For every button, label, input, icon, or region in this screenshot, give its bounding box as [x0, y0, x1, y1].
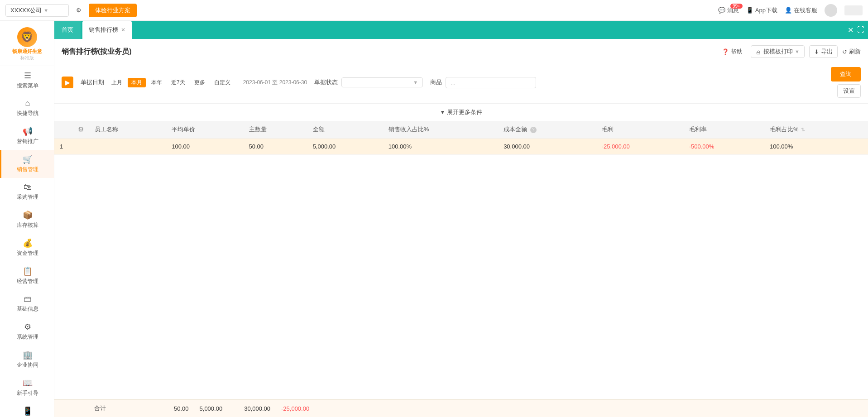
sidebar-item-marketing[interactable]: 📢 营销推广 [0, 122, 54, 150]
app-icon: 📱 [746, 7, 753, 14]
date-tab-more[interactable]: 更多 [191, 78, 209, 87]
data-table: ⚙ 员工名称 平均单价 主数量 全额 销售收入占比% 成本全额 [54, 121, 868, 155]
user-avatar[interactable] [825, 4, 837, 17]
logo-img: 🦁 [17, 27, 37, 47]
cell-gross: -25,000.00 [596, 139, 684, 155]
app-download-btn[interactable]: 📱 App下载 [746, 6, 777, 14]
page-header: 销售排行榜(按业务员) ❓ 帮助 🖨 按模板打印 ▼ [54, 39, 868, 62]
sidebar-item-purchase[interactable]: 🛍 采购管理 [0, 178, 54, 206]
footer-cost: 30,000.00 [239, 405, 276, 412]
col-settings-icon[interactable]: ⚙ [78, 125, 84, 133]
filter-expand-arrow[interactable]: ▶ [62, 77, 73, 88]
date-filter-label: 单据日期 [81, 78, 104, 86]
date-tab-7days[interactable]: 近7天 [168, 78, 189, 87]
message-btn[interactable]: 💬 消息 99+ [718, 6, 739, 14]
date-tab-this-year[interactable]: 本年 [148, 78, 166, 87]
app-center-icon: 📱 [23, 406, 33, 416]
th-cost: 成本全额 ? [498, 121, 596, 139]
table-container: ⚙ 员工名称 平均单价 主数量 全额 销售收入占比% 成本全额 [54, 121, 868, 260]
sidebar-item-operations[interactable]: 📋 经营管理 [0, 262, 54, 290]
top-bar: XXXXX公司 ▼ ⚙ 体验行业方案 💬 消息 99+ 📱 App下载 👤 在线… [0, 0, 868, 21]
basic-info-icon: 🗃 [24, 294, 32, 304]
sidebar-item-system[interactable]: ⚙ 系统管理 [0, 317, 54, 345]
date-tab-this-month[interactable]: 本月 [128, 78, 146, 87]
tab-bar: 首页 销售排行榜 ✕ ✕ ⛶ [54, 21, 868, 39]
sidebar-logo-text: 畅康通好生意 [12, 48, 42, 55]
refresh-btn[interactable]: ↺ 刷新 [842, 48, 861, 56]
sidebar-item-enterprise[interactable]: 🏢 企业协同 [0, 345, 54, 374]
query-btn[interactable]: 查询 [831, 67, 861, 81]
try-industry-btn[interactable]: 体验行业方案 [89, 4, 137, 17]
sidebar-item-guide[interactable]: 📖 新手引导 [0, 374, 54, 402]
top-bar-right: 💬 消息 99+ 📱 App下载 👤 在线客服 [718, 4, 863, 17]
sidebar-item-label: 企业协同 [17, 361, 38, 369]
expand-conditions-btn[interactable]: ▼ 展开更多条件 [54, 105, 868, 119]
sidebar-item-app-center[interactable]: 📱 应用中心 [0, 402, 54, 417]
refresh-icon: ↺ [842, 48, 847, 55]
company-name: XXXXX公司 [10, 6, 42, 14]
tab-fullscreen-icon[interactable]: ⛶ [857, 26, 864, 34]
page-actions: ❓ 帮助 🖨 按模板打印 ▼ ⬇ 导出 [718, 45, 861, 58]
sidebar-nav: ☰ 搜索菜单 ⌂ 快捷导航 📢 营销推广 🛒 销售管理 🛍 采购管理 [0, 66, 54, 417]
message-badge: 99+ [730, 4, 743, 9]
goods-input-placeholder: ... [451, 79, 531, 86]
footer-label: 合计 [94, 404, 158, 412]
online-service-btn[interactable]: 👤 在线客服 [785, 6, 817, 14]
table-spacer [54, 260, 868, 400]
sidebar-logo: 🦁 畅康通好生意 标准版 [0, 21, 54, 66]
tab-label: 销售排行榜 [89, 26, 118, 34]
print-btn[interactable]: 🖨 按模板打印 ▼ [751, 45, 805, 58]
inventory-icon: 📦 [23, 210, 33, 220]
status-select[interactable]: ▼ [341, 77, 423, 87]
service-label: 在线客服 [794, 6, 817, 14]
export-icon: ⬇ [814, 48, 819, 55]
tab-home[interactable]: 首页 [54, 21, 81, 39]
cell-qty: 50.00 [244, 139, 307, 155]
status-select-arrow: ▼ [413, 80, 418, 85]
goods-input[interactable]: ... [446, 77, 536, 88]
tab-close-all-icon[interactable]: ✕ [848, 26, 854, 34]
tab-close-icon[interactable]: ✕ [121, 27, 125, 33]
sidebar: 🦁 畅康通好生意 标准版 ☰ 搜索菜单 ⌂ 快捷导航 📢 营销推广 [0, 21, 54, 417]
sidebar-item-inventory[interactable]: 📦 库存核算 [0, 206, 54, 234]
expand-row: ▼ 展开更多条件 [54, 103, 868, 121]
tab-sales-rank[interactable]: 销售排行榜 ✕ [82, 21, 132, 39]
guide-icon: 📖 [23, 378, 33, 388]
gross-pct-sort-icon[interactable]: ⇅ [801, 127, 805, 132]
purchase-icon: 🛍 [24, 182, 32, 192]
date-filter-item: 单据日期 上月 本月 本年 近7天 更多 自定义 [81, 78, 234, 87]
settings-btn[interactable]: 设置 [837, 84, 861, 98]
sidebar-item-sales[interactable]: 🛒 销售管理 [0, 150, 54, 178]
export-btn[interactable]: ⬇ 导出 [809, 45, 838, 58]
company-selector[interactable]: XXXXX公司 ▼ [5, 4, 69, 17]
sidebar-item-label: 营销推广 [17, 138, 38, 145]
cost-help-icon[interactable]: ? [530, 127, 537, 133]
operations-icon: 📋 [23, 266, 33, 276]
home-icon: ⌂ [25, 99, 30, 108]
date-tab-last-month[interactable]: 上月 [108, 78, 126, 87]
sidebar-item-label: 库存核算 [17, 221, 38, 229]
help-btn[interactable]: ❓ 帮助 [718, 46, 746, 58]
gear-icon: ⚙ [76, 7, 82, 14]
sidebar-item-quick-nav[interactable]: ⌂ 快捷导航 [0, 94, 54, 122]
message-icon: 💬 [718, 7, 725, 14]
topbar-settings-btn[interactable]: ⚙ [72, 4, 85, 17]
cell-avg-price: 100.00 [166, 139, 243, 155]
th-gross-rate: 毛利率 [684, 121, 764, 139]
th-rank [54, 121, 72, 139]
sidebar-item-search[interactable]: ☰ 搜索菜单 [0, 66, 54, 94]
sidebar-logo-sub: 标准版 [20, 55, 34, 61]
filter-row: ▶ 单据日期 上月 本月 本年 近7天 更多 [62, 67, 861, 98]
sidebar-item-finance[interactable]: 💰 资金管理 [0, 234, 54, 262]
tab-bar-right: ✕ ⛶ [848, 26, 868, 34]
cell-sales-pct: 100.00% [383, 139, 498, 155]
sidebar-item-label: 基础信息 [17, 305, 38, 313]
th-gross: 毛利 [596, 121, 684, 139]
sales-icon: 🛒 [23, 154, 33, 164]
status-filter-item: 单据状态 ▼ [314, 77, 423, 87]
sidebar-item-basic-info[interactable]: 🗃 基础信息 [0, 290, 54, 317]
date-tab-custom[interactable]: 自定义 [211, 78, 234, 87]
date-tabs: 上月 本月 本年 近7天 更多 自定义 [108, 78, 234, 87]
top-bar-left: XXXXX公司 ▼ ⚙ 体验行业方案 [5, 4, 137, 17]
system-icon: ⚙ [24, 322, 31, 332]
